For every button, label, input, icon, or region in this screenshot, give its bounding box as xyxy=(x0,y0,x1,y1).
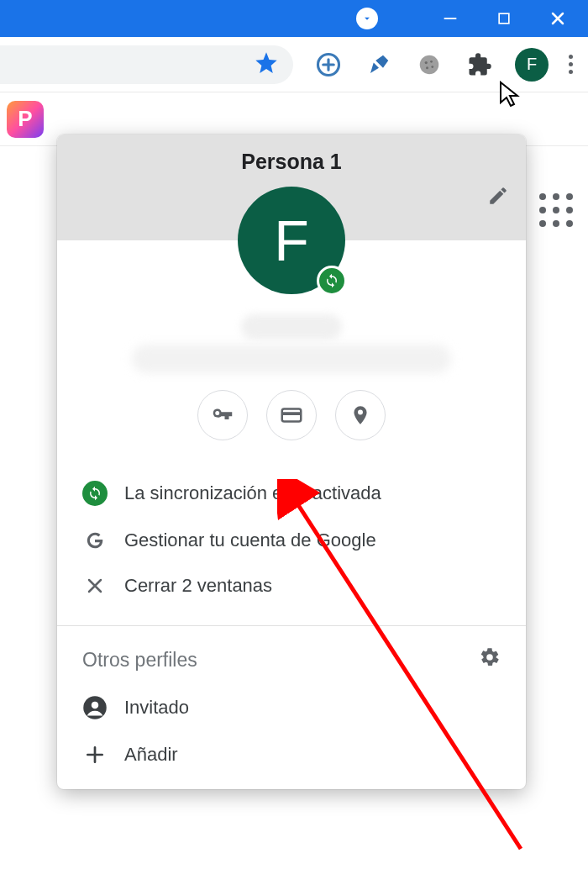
manage-profiles-gear-icon[interactable] xyxy=(479,646,501,673)
svg-rect-1 xyxy=(499,13,509,24)
extension-shield-icon[interactable] xyxy=(313,50,344,80)
divider xyxy=(57,625,526,626)
profile-email-blurred xyxy=(132,345,451,373)
profile-avatar-letter: F xyxy=(527,55,537,74)
apps-grid-icon[interactable] xyxy=(539,193,575,229)
guest-profile-item[interactable]: Invitado xyxy=(57,683,526,732)
profile-popup-header: Persona 1 F xyxy=(57,134,526,240)
close-icon xyxy=(82,576,108,596)
close-windows-label: Cerrar 2 ventanas xyxy=(124,575,272,597)
browser-toolbar: F xyxy=(0,37,588,92)
profile-avatar-large: F xyxy=(238,187,345,294)
plus-icon xyxy=(82,744,108,766)
extensions-icon[interactable] xyxy=(465,50,495,80)
other-profiles-header: Otros perfiles xyxy=(57,631,526,678)
address-bar[interactable] xyxy=(0,45,293,84)
close-button[interactable] xyxy=(546,7,570,30)
add-profile-label: Añadir xyxy=(124,744,178,766)
svg-point-3 xyxy=(420,55,439,74)
svg-point-7 xyxy=(431,66,433,68)
minimize-button[interactable] xyxy=(438,7,462,30)
manage-account-label: Gestionar tu cuenta de Google xyxy=(124,529,376,551)
addresses-button[interactable] xyxy=(335,390,386,440)
sync-status-label: La sincronización está activada xyxy=(124,482,381,504)
sync-icon xyxy=(82,481,108,506)
quick-actions-row xyxy=(57,390,526,440)
guest-profile-label: Invitado xyxy=(124,697,189,719)
svg-rect-9 xyxy=(282,412,302,415)
google-g-icon xyxy=(82,529,108,551)
profile-avatar-button[interactable]: F xyxy=(515,48,549,82)
bookmark-star-icon[interactable] xyxy=(253,50,280,80)
edit-profile-button[interactable] xyxy=(487,185,509,212)
manage-account-item[interactable]: Gestionar tu cuenta de Google xyxy=(57,518,526,563)
profile-popup: Persona 1 F xyxy=(57,134,526,789)
profile-menu-list: La sincronización está activada Gestiona… xyxy=(57,464,526,620)
profile-display-name-blurred xyxy=(241,314,342,340)
bookmark-site-icon[interactable]: P xyxy=(7,101,44,138)
other-profiles-label: Otros perfiles xyxy=(82,649,197,672)
svg-rect-0 xyxy=(444,18,457,19)
other-profiles-list: Invitado Añadir xyxy=(57,678,526,789)
avatar-letter: F xyxy=(274,208,309,273)
profile-popup-body: La sincronización está activada Gestiona… xyxy=(57,240,526,789)
svg-point-11 xyxy=(92,702,99,709)
person-icon xyxy=(82,695,108,720)
window-titlebar xyxy=(0,0,588,37)
payments-button[interactable] xyxy=(266,390,317,440)
titlebar-dropdown-icon[interactable] xyxy=(356,8,378,29)
extension-cookie-icon[interactable] xyxy=(414,50,444,80)
close-windows-item[interactable]: Cerrar 2 ventanas xyxy=(57,563,526,608)
maximize-button[interactable] xyxy=(492,7,516,30)
svg-point-6 xyxy=(426,66,428,69)
browser-menu-icon[interactable] xyxy=(569,55,573,74)
profile-name: Persona 1 xyxy=(57,150,526,174)
svg-point-4 xyxy=(425,61,428,63)
bookmark-site-letter: P xyxy=(18,106,32,132)
add-profile-item[interactable]: Añadir xyxy=(57,732,526,777)
extension-pen-icon[interactable] xyxy=(364,50,394,80)
sync-badge-icon xyxy=(317,266,347,296)
svg-point-5 xyxy=(430,60,433,62)
sync-status-item[interactable]: La sincronización está activada xyxy=(57,469,526,518)
passwords-button[interactable] xyxy=(197,390,248,440)
